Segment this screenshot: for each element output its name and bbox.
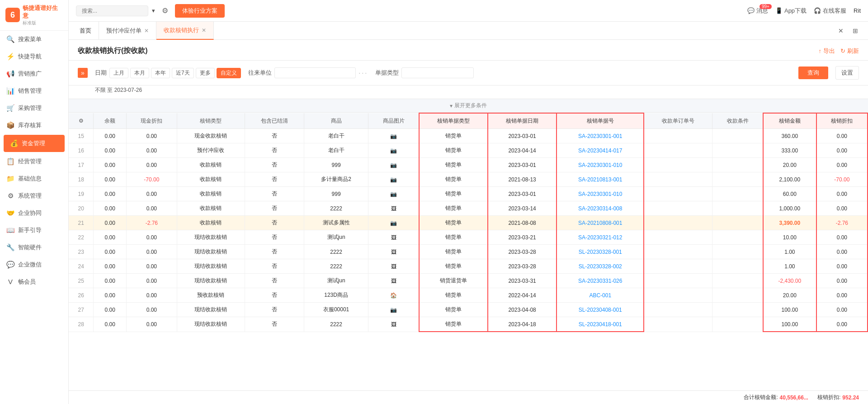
from-unit-input[interactable] xyxy=(274,67,356,78)
tab-1[interactable]: 预付冲应付单✕ xyxy=(99,22,156,40)
col-header-4: 包含已结清 xyxy=(245,113,304,129)
more-date-btn[interactable]: 更多 xyxy=(196,68,215,78)
cell-1-7: 销货单 xyxy=(419,143,488,158)
sidebar-item-0[interactable]: 🔍搜索菜单 xyxy=(0,31,68,48)
cell-6-2: -2.76 xyxy=(127,216,177,230)
doc-no-link[interactable]: SA-20230314-008 xyxy=(578,205,622,212)
cell-12-11 xyxy=(712,303,763,317)
cell-4-12: 60.00 xyxy=(763,187,816,201)
cell-13-6: 🖼 xyxy=(368,317,419,332)
sidebar-icon-10: 🤝 xyxy=(6,209,14,217)
industry-solution-button[interactable]: 体验行业方案 xyxy=(175,4,225,18)
sidebar-item-2[interactable]: 📢营销推广 xyxy=(0,65,68,82)
sidebar-icon-11: 📖 xyxy=(6,226,14,234)
single-type-select[interactable] xyxy=(401,67,474,78)
sidebar-item-10[interactable]: 🤝企业协同 xyxy=(0,204,68,222)
cell-10-7: 销货退货单 xyxy=(419,274,488,288)
doc-no-link[interactable]: SL-20230328-001 xyxy=(579,249,622,255)
sidebar-item-13[interactable]: 💬企业微信 xyxy=(0,256,68,273)
query-button[interactable]: 查询 xyxy=(798,67,828,79)
col-header-0: ⚙ xyxy=(69,113,94,129)
sidebar-item-11[interactable]: 📖新手引导 xyxy=(0,222,68,239)
tab-close-1[interactable]: ✕ xyxy=(144,28,149,34)
cell-11-10 xyxy=(644,288,712,303)
doc-no-link[interactable]: SA-20230414-017 xyxy=(578,147,622,154)
sidebar-item-8[interactable]: 📁基础信息 xyxy=(0,170,68,187)
doc-no-link[interactable]: SL-20230328-002 xyxy=(579,263,622,270)
sidebar-label-3: 销售管理 xyxy=(18,87,42,95)
topbar-gear-icon[interactable]: ⚙ xyxy=(159,5,171,17)
cell-7-3: 现结收款核销 xyxy=(177,230,245,245)
topbar-dropdown-btn[interactable]: ▾ xyxy=(152,7,155,14)
recent7-btn[interactable]: 近7天 xyxy=(172,68,194,78)
settings-button[interactable]: 设置 xyxy=(835,66,859,80)
cell-11-13: 0.00 xyxy=(816,288,868,303)
cell-4-0: 19 xyxy=(69,187,94,201)
doc-no-link[interactable]: ABC-001 xyxy=(589,292,611,299)
sidebar-item-1[interactable]: ⚡快捷导航 xyxy=(0,48,68,65)
sidebar-label-4: 采购管理 xyxy=(18,104,42,112)
doc-no-link[interactable]: SL-20230408-001 xyxy=(579,307,622,313)
cell-1-8: 2023-04-14 xyxy=(488,143,557,158)
topbar-search-input[interactable] xyxy=(76,5,148,16)
cell-9-1: 0.00 xyxy=(94,259,127,274)
sidebar-item-3[interactable]: 📊销售管理 xyxy=(0,82,68,100)
close-tab-btn[interactable]: ✕ xyxy=(835,25,846,36)
refresh-button[interactable]: ↻ 刷新 xyxy=(840,47,859,55)
doc-no-link[interactable]: SA-20230301-001 xyxy=(578,133,622,139)
cell-13-7: 销货单 xyxy=(419,317,488,332)
doc-no-link[interactable]: SA-20230331-026 xyxy=(578,278,622,284)
tab-0[interactable]: 首页 xyxy=(72,22,99,40)
this-month-btn[interactable]: 本月 xyxy=(130,68,149,78)
cell-0-12: 360.00 xyxy=(763,129,816,143)
sidebar-item-4[interactable]: 🛒采购管理 xyxy=(0,100,68,117)
cell-8-11 xyxy=(712,245,763,259)
expand-tabs-btn[interactable]: ⊞ xyxy=(850,25,861,36)
cell-13-0: 28 xyxy=(69,317,94,332)
tab-close-2[interactable]: ✕ xyxy=(202,27,206,33)
cell-11-5: 123D商品 xyxy=(304,288,368,303)
message-btn[interactable]: 💬 消息 99+ xyxy=(747,7,768,15)
sidebar-item-7[interactable]: 📋经营管理 xyxy=(0,153,68,170)
last-month-btn[interactable]: 上月 xyxy=(109,68,128,78)
tab-2[interactable]: 收款核销执行✕ xyxy=(156,22,214,40)
table-row: 200.000.00收款核销否2222🖼销货单2023-03-14SA-2023… xyxy=(69,201,868,216)
cell-13-13: 0.00 xyxy=(816,317,868,332)
cell-0-5: 老白干 xyxy=(304,129,368,143)
sidebar-item-5[interactable]: 📦库存核算 xyxy=(0,117,68,134)
doc-no-link[interactable]: SA-20230321-012 xyxy=(578,234,622,241)
online-service-btn[interactable]: 🎧 在线客服 xyxy=(814,7,846,15)
app-download-btn[interactable]: 📱 App下载 xyxy=(775,7,807,15)
cell-12-7: 销货单 xyxy=(419,303,488,317)
sidebar-label-13: 企业微信 xyxy=(18,261,42,269)
cell-6-0: 21 xyxy=(69,216,94,230)
col-header-8: 核销单据日期 xyxy=(488,113,557,129)
cell-7-0: 22 xyxy=(69,230,94,245)
cell-2-8: 2023-03-01 xyxy=(488,158,557,172)
expand-more-btn[interactable]: ▾ 展开更多条件 xyxy=(450,102,487,109)
filter-bar: » 日期 上月 本月 本年 近7天 更多 自定义 往来单位 ··· 单据类型 xyxy=(69,61,868,86)
export-button[interactable]: ↑ 导出 xyxy=(819,47,835,55)
doc-no-link[interactable]: SL-20230418-001 xyxy=(579,321,622,328)
col-header-11: 收款条件 xyxy=(712,113,763,129)
doc-no-link[interactable]: SA-20210813-001 xyxy=(578,176,622,183)
cell-1-6: 📷 xyxy=(368,143,419,158)
doc-no-link[interactable]: SA-20230301-010 xyxy=(578,162,622,168)
cell-7-8: 2023-03-21 xyxy=(488,230,557,245)
cell-5-0: 20 xyxy=(69,201,94,216)
chevron-down-icon: ▾ xyxy=(152,7,155,14)
sidebar-item-6[interactable]: 💰资金管理 xyxy=(4,135,65,152)
user-avatar[interactable]: Rit xyxy=(854,7,861,14)
sidebar-item-14[interactable]: V畅会员 xyxy=(0,273,68,290)
custom-date-btn[interactable]: 自定义 xyxy=(217,68,241,78)
cell-1-10 xyxy=(644,143,712,158)
doc-no-link[interactable]: SA-20230301-010 xyxy=(578,191,622,197)
filter-expand-btn[interactable]: » xyxy=(78,68,88,78)
sidebar-item-12[interactable]: 🔧智能硬件 xyxy=(0,239,68,256)
dots-icon[interactable]: ··· xyxy=(359,68,368,78)
this-year-btn[interactable]: 本年 xyxy=(151,68,170,78)
doc-no-link[interactable]: SA-20210808-001 xyxy=(578,220,622,226)
sidebar-icon-5: 📦 xyxy=(6,121,14,129)
sidebar-item-9[interactable]: ⚙系统管理 xyxy=(0,187,68,204)
cell-7-12: 10.00 xyxy=(763,230,816,245)
